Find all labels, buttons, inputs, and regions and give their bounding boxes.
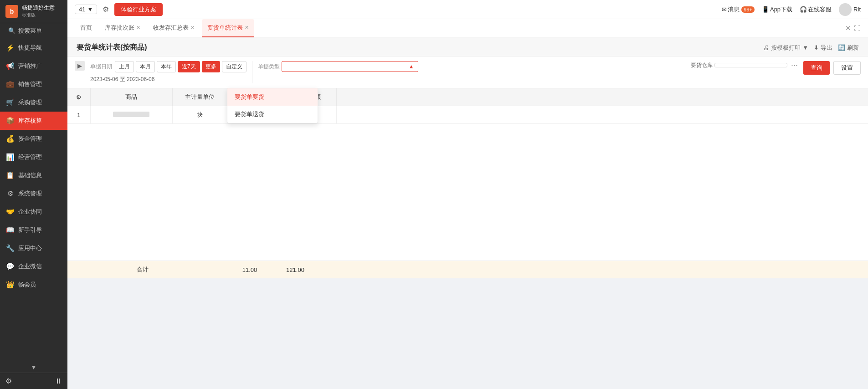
inventory-icon: 📦 — [5, 116, 15, 125]
export-action[interactable]: ⬇ 导出 — [814, 44, 832, 52]
page-header: 要货单统计表(按商品) 🖨 按模板打印 ▼ ⬇ 导出 🔄 刷新 — [67, 37, 868, 56]
footer-values: 11.00 121.00 — [154, 266, 318, 273]
tab-order-stats-close[interactable]: ✕ — [245, 25, 249, 31]
app-download-area[interactable]: 📱 App下载 — [762, 5, 792, 14]
sidebar-toggle-icon[interactable]: ⏸ — [55, 377, 62, 385]
dropdown-item-order[interactable]: 要货单要货 — [227, 88, 318, 106]
system-icon: ⚙ — [5, 189, 15, 198]
sidebar: b 畅捷通好生意 标准版 🔍 搜索菜单 ⚡ 快捷导航 📢 营销推广 💼 销售管理… — [0, 0, 67, 389]
footer-label: 合计 — [73, 266, 154, 274]
table-body: 1 块 11.00 121.00 — [67, 106, 868, 124]
member-label: 畅会员 — [18, 281, 36, 289]
sidebar-item-inventory[interactable]: 📦 库存核算 — [0, 112, 67, 130]
topbar-gear-icon[interactable]: ⚙ — [103, 5, 109, 14]
footer-qty: 11.00 — [227, 266, 272, 273]
settings-gear-icon[interactable]: ⚙ — [5, 377, 12, 385]
tab-order-stats-label: 要货单统计表 — [207, 24, 243, 32]
service-area[interactable]: 🎧 在线客服 — [800, 5, 832, 14]
sidebar-item-collab[interactable]: 🤝 企业协同 — [0, 203, 67, 221]
refresh-action[interactable]: 🔄 刷新 — [838, 44, 859, 52]
filter-bar: ▶ 单据日期 上月 本月 本年 近7天 更多 自定义 2023-05-06 至 … — [67, 56, 868, 88]
sidebar-scroll-down[interactable]: ▼ — [0, 362, 67, 373]
company-selector[interactable]: 41 ▼ — [75, 5, 97, 14]
tab-home[interactable]: 首页 — [75, 19, 98, 37]
tab-inventory-batch-close[interactable]: ✕ — [136, 25, 140, 31]
app-download-label: App下载 — [770, 5, 792, 14]
warehouse-filter: 要货仓库 ··· — [691, 61, 798, 69]
cell-num: 1 — [67, 106, 90, 124]
sidebar-item-guide[interactable]: 📖 新手引导 — [0, 221, 67, 239]
type-filter-input: 单据类型 ▲ — [258, 61, 685, 72]
tab-order-stats[interactable]: 要货单统计表 ✕ — [202, 19, 254, 37]
sidebar-item-marketing[interactable]: 📢 营销推广 — [0, 57, 67, 75]
settings-button[interactable]: 设置 — [833, 61, 861, 75]
table-footer: 合计 11.00 121.00 — [67, 261, 868, 278]
dropdown-item-return[interactable]: 要货单退货 — [227, 106, 318, 123]
purchase-icon: 🛒 — [5, 98, 15, 107]
date-btn-this-month[interactable]: 本月 — [136, 61, 155, 72]
trial-button[interactable]: 体验行业方案 — [114, 3, 163, 16]
sidebar-item-apps[interactable]: 🔧 应用中心 — [0, 239, 67, 257]
page-header-actions: 🖨 按模板打印 ▼ ⬇ 导出 🔄 刷新 — [763, 44, 859, 52]
sidebar-item-finance[interactable]: 💰 资金管理 — [0, 130, 67, 148]
topbar: 41 ▼ ⚙ 体验行业方案 ✉ 消息 99+ 📱 App下载 🎧 在线客服 R — [67, 0, 868, 19]
tab-close-all-icon[interactable]: ✕ — [845, 24, 851, 32]
topbar-right: ✉ 消息 99+ 📱 App下载 🎧 在线客服 Rit — [722, 3, 861, 16]
collab-icon: 🤝 — [5, 207, 15, 216]
table-header-row: ⚙ 商品 主计量单位 主数量 零售金额 — [67, 88, 868, 106]
chevron-down-icon: ▼ — [87, 6, 93, 13]
messages-label: 消息 — [728, 5, 740, 14]
col-settings-icon: ⚙ — [76, 94, 82, 101]
cell-product — [90, 106, 172, 124]
user-area[interactable]: Rit — [839, 3, 861, 16]
topbar-left: 41 ▼ ⚙ 体验行业方案 — [75, 3, 163, 16]
search-icon: 🔍 — [8, 27, 15, 34]
type-select-box[interactable]: ▲ — [282, 61, 418, 72]
date-btn-custom[interactable]: 自定义 — [222, 61, 247, 72]
refresh-label: 刷新 — [847, 44, 859, 52]
type-filter-group: 单据类型 ▲ — [258, 61, 685, 72]
query-button[interactable]: 查询 — [803, 61, 830, 75]
filter-actions: 查询 设置 — [803, 61, 861, 75]
phone-icon: 📱 — [762, 6, 769, 13]
date-filter-group: 单据日期 上月 本月 本年 近7天 更多 自定义 2023-05-06 至 20… — [90, 61, 247, 83]
messages-badge: 99+ — [741, 6, 755, 13]
print-action[interactable]: 🖨 按模板打印 ▼ — [763, 44, 808, 52]
date-btn-this-year[interactable]: 本年 — [157, 61, 176, 72]
wechat-icon: 💬 — [5, 262, 15, 271]
tab-receive-send[interactable]: 收发存汇总表 ✕ — [148, 19, 200, 37]
date-btn-last-month[interactable]: 上月 — [115, 61, 134, 72]
sidebar-item-member[interactable]: 👑 畅会员 — [0, 276, 67, 294]
cell-unit: 块 — [172, 106, 227, 124]
export-label: 导出 — [821, 44, 832, 52]
col-settings[interactable]: ⚙ — [67, 88, 90, 106]
sidebar-item-purchase[interactable]: 🛒 采购管理 — [0, 93, 67, 112]
empty-space — [67, 124, 868, 261]
filter-expand-button[interactable]: ▶ — [75, 61, 85, 71]
sidebar-item-sales[interactable]: 💼 销售管理 — [0, 75, 67, 93]
app-name: 畅捷通好生意 — [22, 5, 55, 12]
sidebar-search[interactable]: 🔍 搜索菜单 — [0, 23, 67, 39]
sidebar-item-management[interactable]: 📊 经营管理 — [0, 148, 67, 166]
tab-inventory-batch[interactable]: 库存批次账 ✕ — [99, 19, 146, 37]
date-btn-7days[interactable]: 近7天 — [178, 61, 200, 72]
finance-label: 资金管理 — [18, 135, 42, 143]
print-chevron-icon: ▼ — [802, 44, 808, 51]
sidebar-item-system[interactable]: ⚙ 系统管理 — [0, 184, 67, 203]
quicknav-icon: ⚡ — [5, 43, 15, 52]
messages-area[interactable]: ✉ 消息 99+ — [722, 5, 755, 14]
warehouse-more-icon[interactable]: ··· — [791, 61, 798, 69]
sidebar-item-quicknav[interactable]: ⚡ 快捷导航 — [0, 39, 67, 57]
main-area: 41 ▼ ⚙ 体验行业方案 ✉ 消息 99+ 📱 App下载 🎧 在线客服 R — [67, 0, 868, 389]
basics-icon: 📋 — [5, 171, 15, 180]
content-area: 要货单统计表(按商品) 🖨 按模板打印 ▼ ⬇ 导出 🔄 刷新 ▶ — [67, 37, 868, 389]
user-name: Rit — [853, 6, 861, 13]
table-row: 1 块 11.00 121.00 — [67, 106, 868, 124]
tab-receive-send-close[interactable]: ✕ — [190, 25, 195, 31]
sidebar-item-basics[interactable]: 📋 基础信息 — [0, 166, 67, 184]
date-btn-more[interactable]: 更多 — [202, 61, 220, 72]
sidebar-item-wechat[interactable]: 💬 企业微信 — [0, 257, 67, 276]
warehouse-input[interactable] — [714, 63, 787, 67]
tab-end-buttons: ✕ ⛶ — [845, 24, 861, 32]
tab-expand-icon[interactable]: ⛶ — [854, 24, 861, 32]
